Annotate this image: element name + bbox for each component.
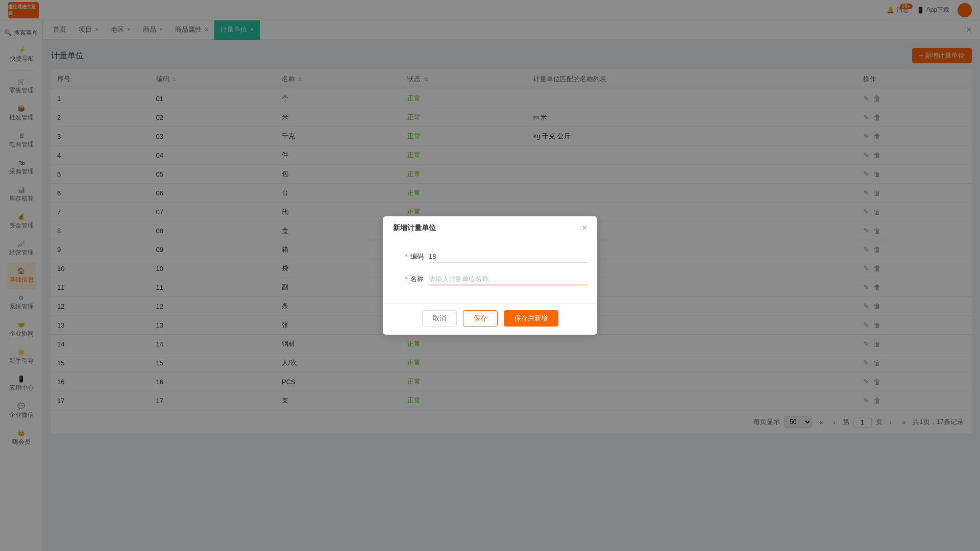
code-label: * 编码 <box>393 252 424 261</box>
code-required-mark: * <box>405 253 407 260</box>
modal-close-button[interactable]: × <box>582 223 587 233</box>
form-row-code: * 编码 <box>393 251 587 263</box>
add-unit-modal: 新增计量单位 × * 编码 * 名称 取消 保存 保存并新增 <box>383 216 597 335</box>
cancel-button[interactable]: 取消 <box>422 310 457 327</box>
name-label-text: 名称 <box>410 275 424 283</box>
name-label: * 名称 <box>393 274 424 284</box>
save-button[interactable]: 保存 <box>463 310 498 327</box>
modal-body: * 编码 * 名称 <box>383 238 597 304</box>
code-input[interactable] <box>429 251 587 263</box>
form-row-name: * 名称 <box>393 273 587 285</box>
save-and-new-button[interactable]: 保存并新增 <box>504 310 558 327</box>
code-label-text: 编码 <box>410 253 424 260</box>
name-input[interactable] <box>429 273 587 285</box>
modal-footer: 取消 保存 保存并新增 <box>383 304 597 335</box>
name-required-mark: * <box>405 275 407 283</box>
modal-overlay[interactable]: 新增计量单位 × * 编码 * 名称 取消 保存 保存并新增 <box>0 0 980 551</box>
modal-header: 新增计量单位 × <box>383 216 597 238</box>
modal-title: 新增计量单位 <box>393 223 436 233</box>
